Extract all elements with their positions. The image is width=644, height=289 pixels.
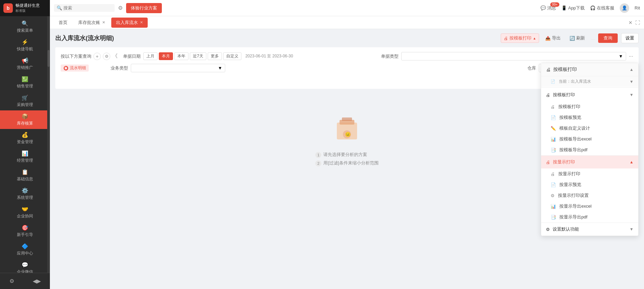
sidebar-item-purchase[interactable]: 🛒 采购管理 xyxy=(0,92,50,110)
settings-btn[interactable]: 设置 xyxy=(621,33,639,43)
refresh-btn[interactable]: 🔄 刷新 xyxy=(567,34,588,43)
svg-text:😐: 😐 xyxy=(345,132,351,137)
search-box[interactable]: 🔍 xyxy=(54,4,115,12)
sidebar-item-system[interactable]: ⚙️ 系统管理 xyxy=(0,185,50,203)
sidebar-item-finance[interactable]: 💰 资金管理 xyxy=(0,129,50,148)
template-custom-item[interactable]: ✏️ 模板自定义设计 xyxy=(541,123,638,134)
filter-row-1: 按以下方案查询 + ⚙ 《 单据日期 上月 本月 本年 近7天 更多 自定义 xyxy=(61,52,633,60)
tag-icon: ⭕ xyxy=(63,66,68,71)
biz-type-select[interactable]: ▼ xyxy=(131,64,225,72)
service-icon: 🎧 xyxy=(590,5,595,10)
tab-inventory-flow[interactable]: 出入库流水 ✕ xyxy=(111,18,148,28)
sidebar-item-marketing[interactable]: 📢 营销推广 xyxy=(0,55,50,73)
biz-type-chevron-icon: ▼ xyxy=(218,65,222,71)
item-pdf-icon: 📑 xyxy=(551,148,556,153)
win-close-btn[interactable]: ✕ xyxy=(628,20,633,25)
dropdown-header-title: 🖨 按模板打印 xyxy=(546,67,577,73)
dropdown-header-arrow[interactable]: ▲ xyxy=(630,67,634,72)
sidebar-item-sales[interactable]: 💹 销售管理 xyxy=(0,73,50,92)
template-export-excel-item[interactable]: 📊 按模板导出excel xyxy=(541,134,638,144)
display-export-pdf-item[interactable]: 📑 按显示导出pdf xyxy=(541,212,638,222)
display-print-section: 🖨 按显示打印 ▲ 🖨 按显示打印 📄 按显示预览 ⚙ 按显示打印设置 xyxy=(541,156,638,223)
display-print-header[interactable]: 🖨 按显示打印 ▲ xyxy=(541,156,638,168)
dropdown-header: 🖨 按模板打印 ▲ xyxy=(541,63,638,76)
doc-type-more-icon[interactable]: ··· xyxy=(629,53,633,59)
page-actions: 🖨 按模板打印 ▲ 📤 导出 🔄 刷新 ... 查询 设置 xyxy=(501,33,639,43)
app-download-icon: 📱 xyxy=(561,5,567,10)
set-default-icon: ⚙ xyxy=(546,227,550,232)
filter-settings-btn[interactable]: ⚙ xyxy=(103,53,110,60)
print-template-btn[interactable]: 🖨 按模板打印 ▲ xyxy=(501,33,539,43)
username[interactable]: Rit xyxy=(635,5,640,10)
collapse-footer-btn[interactable]: ◀▶ xyxy=(31,277,42,286)
template-print-item[interactable]: 🖨 按模板打印 xyxy=(541,101,638,112)
date-btn-this-year[interactable]: 本年 xyxy=(174,52,188,60)
quick-nav-icon: ⚡ xyxy=(22,39,28,45)
set-default-section[interactable]: ⚙ 设置默认功能 ▼ xyxy=(541,223,638,236)
app-download-btn[interactable]: 📱 App下载 xyxy=(561,5,585,11)
page-header: 出入库流水(流水明细) 🖨 按模板打印 ▲ 📤 导出 🔄 刷新 ... 查询 设… xyxy=(55,33,639,43)
online-service-btn[interactable]: 🎧 在线客服 xyxy=(590,5,614,11)
sidebar-footer: ⚙ ◀▶ xyxy=(0,273,50,289)
date-btn-more[interactable]: 更多 xyxy=(208,52,222,60)
win-maximize-btn[interactable]: ⛶ xyxy=(635,20,640,25)
sidebar-item-enterprise-wechat[interactable]: 💬 企业微信 xyxy=(0,259,50,273)
export-icon: 📤 xyxy=(545,36,551,41)
trial-button[interactable]: 体验行业方案 xyxy=(126,3,162,13)
display-preview-item[interactable]: 📄 按显示预览 xyxy=(541,179,638,190)
warehouse-label: 仓库 xyxy=(527,65,536,71)
biz-type-filter: ⭕ 流水明细 业务类型 ▼ xyxy=(61,64,225,72)
guide-icon: 🎯 xyxy=(22,225,28,231)
display-print-settings-item[interactable]: ⚙ 按显示打印设置 xyxy=(541,190,638,201)
tab-batch-ledger[interactable]: 库存批次账 ✕ xyxy=(74,18,110,28)
flow-detail-tag: ⭕ 流水明细 xyxy=(61,64,89,72)
date-btn-this-month[interactable]: 本月 xyxy=(159,52,173,60)
display-item-pdf-icon: 📑 xyxy=(551,215,556,220)
search-input[interactable] xyxy=(63,5,107,10)
item-excel-icon: 📊 xyxy=(551,137,556,142)
header-gear-icon[interactable]: ⚙ xyxy=(118,5,123,11)
tab-inventory-flow-close[interactable]: ✕ xyxy=(140,20,143,25)
purchase-icon: 🛒 xyxy=(22,95,28,101)
date-filter: 单据日期 上月 本月 本年 近7天 更多 自定义 2023-06-01 至 20… xyxy=(123,52,376,60)
sidebar-item-inventory[interactable]: 📦 库存核算 xyxy=(0,110,50,129)
sidebar-item-quick-nav[interactable]: ⚡ 快捷导航 xyxy=(0,36,50,55)
display-print-item[interactable]: 🖨 按显示打印 xyxy=(541,168,638,179)
export-btn[interactable]: 📤 导出 xyxy=(543,34,563,43)
sidebar-item-app-center[interactable]: 🔷 应用中心 xyxy=(0,240,50,259)
tab-batch-ledger-close[interactable]: ✕ xyxy=(102,20,105,25)
template-preview-item[interactable]: 📄 按模板预览 xyxy=(541,112,638,123)
header-right: 💬 消息 99+ 📱 App下载 🎧 在线客服 👤 Rit xyxy=(540,3,640,13)
template-export-pdf-item[interactable]: 📑 按模板导出pdf xyxy=(541,144,638,155)
display-section-arrow: ▲ xyxy=(630,160,634,164)
display-export-excel-item[interactable]: 📊 按显示导出excel xyxy=(541,201,638,212)
empty-illustration: 😐 xyxy=(330,112,364,146)
marketing-icon: 📢 xyxy=(22,57,28,64)
template-print-section: 🖨 按模板打印 ▼ 🖨 按模板打印 📄 按模板预览 ✏️ 模板自定义设计 xyxy=(541,88,638,156)
doc-type-select[interactable]: ▼ xyxy=(401,52,626,60)
filter-collapse-icon[interactable]: 《 xyxy=(112,53,118,60)
date-btn-last-month[interactable]: 上月 xyxy=(143,52,157,60)
messages-btn[interactable]: 💬 消息 99+ xyxy=(540,5,556,11)
empty-tip-2: 2 用[过滤]条件来缩小分析范围 xyxy=(315,160,378,166)
basic-icon: 📋 xyxy=(22,169,28,175)
template-print-header[interactable]: 🖨 按模板打印 ▼ xyxy=(541,88,638,101)
date-btn-custom[interactable]: 自定义 xyxy=(223,52,241,60)
tab-bar: 首页 库存批次账 ✕ 出入库流水 ✕ ✕ ⛶ xyxy=(50,16,644,29)
item-print-icon: 🖨 xyxy=(551,104,555,109)
sidebar-item-search[interactable]: 🔍 搜索菜单 xyxy=(0,18,50,36)
query-btn[interactable]: 查询 xyxy=(598,33,618,43)
sidebar-nav: 🔍 搜索菜单 ⚡ 快捷导航 📢 营销推广 💹 销售管理 🛒 采购管理 📦 库存核… xyxy=(0,16,50,273)
sidebar-item-guide[interactable]: 🎯 新手引导 xyxy=(0,222,50,240)
sidebar-item-basic[interactable]: 📋 基础信息 xyxy=(0,166,50,185)
main-area: 🔍 ⚙ 体验行业方案 💬 消息 99+ 📱 App下载 🎧 在线客服 👤 Rit xyxy=(50,0,644,289)
page-title: 出入库流水(流水明细) xyxy=(55,34,114,42)
date-btn-7days[interactable]: 近7天 xyxy=(190,52,206,60)
sidebar-item-operation[interactable]: 📊 经营管理 xyxy=(0,148,50,166)
tab-home[interactable]: 首页 xyxy=(54,18,72,28)
filter-add-btn[interactable]: + xyxy=(93,53,101,60)
settings-footer-btn[interactable]: ⚙ xyxy=(8,277,16,286)
chevron-up-icon: ▲ xyxy=(533,36,536,40)
doc-type-label: 单据类型 xyxy=(381,53,399,59)
sidebar-item-enterprise[interactable]: 🤝 企业协同 xyxy=(0,203,50,222)
